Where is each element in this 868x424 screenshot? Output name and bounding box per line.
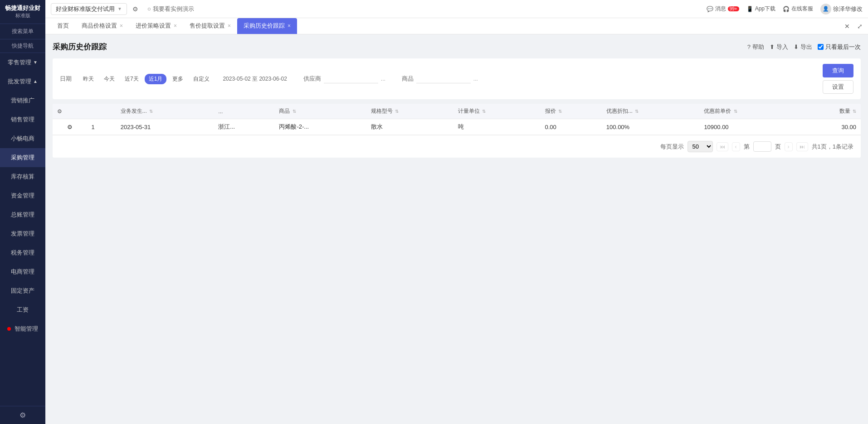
- row-gear[interactable]: ⚙: [53, 119, 87, 135]
- sidebar-item-finance[interactable]: 资金管理: [0, 186, 45, 205]
- topbar: 好业财标准版交付试用 ▼ ⚙ ○ 我要看实例演示 💬 消息 99+ 📱 App下…: [45, 0, 868, 18]
- sidebar-item-search[interactable]: 搜索菜单: [0, 24, 45, 39]
- sort-icon[interactable]: ⇅: [853, 109, 856, 114]
- th-price[interactable]: 报价 ⇅: [541, 104, 602, 119]
- th-quantity[interactable]: 数量 ⇅: [800, 104, 861, 119]
- pagination-next-button[interactable]: ›: [785, 142, 793, 151]
- sort-icon[interactable]: ⇅: [395, 109, 399, 114]
- date-btn-7days[interactable]: 近7天: [121, 74, 143, 84]
- th-product-label: 商品: [279, 108, 290, 114]
- per-page-select[interactable]: 50 20 100: [688, 141, 713, 152]
- app-download-button[interactable]: 📱 App下载: [746, 5, 775, 13]
- close-icon[interactable]: ×: [120, 23, 123, 29]
- close-icon[interactable]: ×: [288, 23, 291, 29]
- sidebar-item-purchase[interactable]: 采购管理: [0, 148, 45, 167]
- tab-label: 商品价格设置: [82, 22, 117, 30]
- supplier-input[interactable]: [324, 74, 378, 83]
- topbar-settings-icon[interactable]: ⚙: [131, 4, 140, 14]
- tab-expand-button[interactable]: ⤢: [855, 21, 864, 32]
- tab-close-button[interactable]: ✕: [843, 21, 852, 32]
- th-unit-label: 计量单位: [458, 108, 480, 114]
- date-btn-yesterday[interactable]: 昨天: [79, 74, 98, 84]
- th-discount[interactable]: 优惠折扣... ⇅: [602, 104, 700, 119]
- sort-icon[interactable]: ⇅: [558, 109, 562, 114]
- help-button[interactable]: ? 帮助: [747, 43, 764, 51]
- query-button[interactable]: 查询: [823, 64, 853, 77]
- table-header-row: ⚙ 业务发生... ⇅ ... 商品 ⇅ 规格型号: [53, 104, 861, 119]
- table-container: ⚙ 业务发生... ⇅ ... 商品 ⇅ 规格型号: [53, 104, 861, 158]
- close-icon[interactable]: ×: [228, 23, 231, 29]
- pagination-prev-button[interactable]: ‹: [732, 142, 740, 151]
- product-more[interactable]: ...: [473, 76, 478, 82]
- date-btn-today[interactable]: 今天: [100, 74, 119, 84]
- th-unit[interactable]: 计量单位 ⇅: [454, 104, 541, 119]
- sidebar-item-wholesale[interactable]: 批发管理 ▲: [0, 72, 45, 91]
- sidebar-item-marketing[interactable]: 营销推广: [0, 91, 45, 110]
- only-last-checkbox[interactable]: [818, 44, 824, 50]
- filter-area: 日期 昨天 今天 近7天 近1月 更多 自定义 2023-05-02 至 202…: [53, 58, 861, 99]
- supplier-filter: 供应商 ...: [303, 74, 385, 83]
- sort-icon[interactable]: ⇅: [482, 109, 486, 114]
- th-before-discount[interactable]: 优惠前单价 ⇅: [699, 104, 799, 119]
- close-icon[interactable]: ×: [174, 23, 177, 29]
- sidebar-item-retail[interactable]: 零售管理 ▼: [0, 53, 45, 72]
- date-btn-1month[interactable]: 近1月: [145, 74, 167, 84]
- sidebar-item-assets[interactable]: 固定资产: [0, 281, 45, 300]
- user-menu[interactable]: 👤 徐泽华修改: [820, 4, 863, 14]
- import-label: 导入: [776, 43, 788, 51]
- import-button[interactable]: ⬆ 导入: [770, 43, 788, 51]
- th-date[interactable]: 业务发生... ⇅: [116, 104, 214, 119]
- date-btn-custom[interactable]: 自定义: [189, 74, 214, 84]
- tabbar: 首页 商品价格设置 × 进价策略设置 × 售价提取设置 × 采购历史价跟踪 × …: [45, 18, 868, 34]
- sidebar-item-ecommerce[interactable]: 电商管理: [0, 262, 45, 281]
- export-icon: ⬇: [794, 43, 799, 50]
- tab-purchase-history[interactable]: 采购历史价跟踪 ×: [237, 18, 297, 34]
- sidebar-item-salary[interactable]: 工资: [0, 300, 45, 319]
- per-page-label: 每页显示: [660, 143, 684, 151]
- export-button[interactable]: ⬇ 导出: [794, 43, 812, 51]
- pagination-first-button[interactable]: ⏮: [717, 142, 728, 151]
- sort-icon[interactable]: ⇅: [293, 109, 296, 114]
- sidebar-item-ledger[interactable]: 总账管理: [0, 205, 45, 224]
- sort-icon[interactable]: ⇅: [635, 109, 639, 114]
- sidebar-item-ecommerce-small[interactable]: 小畅电商: [0, 129, 45, 148]
- online-service-button[interactable]: 🎧 在线客服: [783, 5, 813, 13]
- sidebar-item-intelligent[interactable]: 智能管理: [0, 319, 45, 338]
- th-spec[interactable]: 规格型号 ⇅: [366, 104, 454, 119]
- help-icon: ?: [747, 43, 751, 50]
- tab-sale-price[interactable]: 售价提取设置 ×: [183, 18, 237, 34]
- sidebar-item-inventory[interactable]: 库存核算: [0, 167, 45, 186]
- th-more[interactable]: ...: [214, 104, 274, 119]
- phone-icon: 📱: [746, 6, 753, 12]
- avatar: 👤: [820, 4, 831, 14]
- sort-icon[interactable]: ⇅: [734, 109, 737, 114]
- pagination-page-input[interactable]: 1: [753, 141, 771, 152]
- demo-button[interactable]: ○ 我要看实例演示: [147, 5, 194, 13]
- sort-icon[interactable]: ⇅: [149, 109, 153, 114]
- tab-home[interactable]: 首页: [51, 18, 75, 34]
- version-selector[interactable]: 好业财标准版交付试用 ▼: [51, 3, 127, 15]
- row-supplier: 浙江...: [214, 119, 274, 135]
- th-index: [87, 104, 116, 119]
- pagination-last-button[interactable]: ⏭: [796, 142, 808, 151]
- data-table: ⚙ 业务发生... ⇅ ... 商品 ⇅ 规格型号: [53, 104, 861, 135]
- message-button[interactable]: 💬 消息 99+: [707, 5, 739, 13]
- import-icon: ⬆: [770, 43, 775, 50]
- th-gear[interactable]: ⚙: [53, 104, 87, 119]
- sidebar-item-sales[interactable]: 销售管理: [0, 110, 45, 129]
- settings-icon[interactable]: ⚙: [20, 411, 26, 419]
- filter-settings-button[interactable]: 设置: [823, 80, 853, 94]
- pagination: 每页显示 50 20 100 ⏮ ‹ 第 1 页 › ⏭ 共1页，1条记录: [53, 135, 861, 158]
- supplier-more[interactable]: ...: [381, 76, 385, 82]
- tab-label: 售价提取设置: [190, 22, 225, 30]
- sidebar-item-quick-nav[interactable]: 快捷导航: [0, 39, 45, 53]
- product-input[interactable]: [416, 74, 471, 83]
- th-product[interactable]: 商品 ⇅: [274, 104, 366, 119]
- sidebar-item-tax[interactable]: 税务管理: [0, 243, 45, 262]
- sidebar-item-label: 智能管理: [15, 325, 38, 333]
- tab-price-settings[interactable]: 商品价格设置 ×: [75, 18, 129, 34]
- date-btn-more[interactable]: 更多: [168, 74, 187, 84]
- tab-purchase-strategy[interactable]: 进价策略设置 ×: [129, 18, 183, 34]
- sidebar-item-invoice[interactable]: 发票管理: [0, 224, 45, 243]
- th-date-label: 业务发生...: [121, 108, 147, 114]
